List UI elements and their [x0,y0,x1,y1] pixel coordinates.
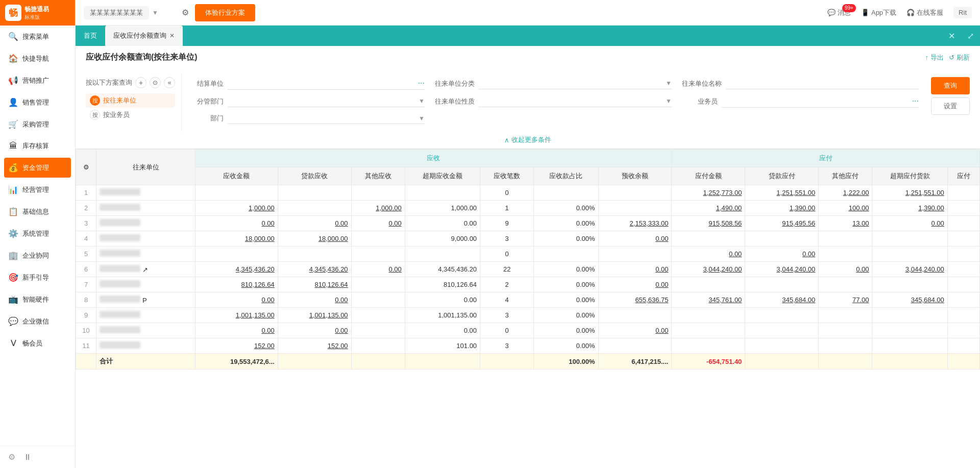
cell-link[interactable]: 0.00 [388,219,401,227]
sidebar-item-funds[interactable]: 💰 资金管理 [4,158,71,178]
settlement-unit-dots-icon[interactable]: ··· [418,79,425,88]
cell-link[interactable]: 152.00 [328,342,348,350]
cell-link[interactable]: 1,390.00 [918,204,944,212]
cell-link[interactable]: 0.00 [388,265,401,273]
sidebar-item-basic[interactable]: 📋 基础信息 [0,201,75,223]
sidebar-item-sales[interactable]: 👤 销售管理 [0,91,75,113]
filter-settings-btn[interactable]: ⊙ [150,77,161,88]
sidebar-item-quicknav[interactable]: 🏠 快捷导航 [0,47,75,69]
cell-link[interactable]: 0.00 [729,250,742,258]
table-settings-icon[interactable]: ⚙ [83,163,89,171]
sidebar-item-member[interactable]: Ⅴ 畅会员 [0,332,75,354]
cell-link[interactable]: 100.00 [849,204,869,212]
cell-link[interactable]: 3,044,240.00 [905,265,944,273]
tab-close-icon[interactable]: ✕ [169,32,175,39]
sidebar-item-purchase[interactable]: 🛒 采购管理 [0,113,75,135]
cell-link[interactable]: 18,000.00 [318,235,348,242]
notification-btn[interactable]: 💬 消息 99+ [827,8,851,17]
cell-link[interactable]: 810,126.64 [315,281,348,288]
dept-arrow-icon[interactable]: ▼ [419,97,425,105]
cell-link[interactable]: 0.00 [261,296,274,304]
sidebar-item-enterprise[interactable]: 🏢 企业协同 [0,244,75,266]
cell-link[interactable]: 1,490.00 [716,204,742,212]
tab-home[interactable]: 首页 [76,26,105,46]
cell-link[interactable]: 0.00 [931,219,944,227]
sidebar-item-inventory[interactable]: 🏛 库存核算 [0,135,75,157]
th-settings[interactable]: ⚙ [76,150,96,185]
cell-link[interactable]: 345,761.00 [708,296,742,304]
cell-link[interactable]: 0.00 [335,296,348,304]
company-name-input[interactable] [726,80,919,87]
sidebar-item-search[interactable]: 🔍 搜索菜单 [0,26,75,47]
sidebar-item-guide[interactable]: 🎯 新手引导 [0,266,75,288]
cell-link[interactable]: 0.00 [655,265,668,273]
export-btn[interactable]: ↑ 导出 [925,53,944,62]
cell-link[interactable]: 4,345,436.20 [236,265,275,273]
filter-add-btn[interactable]: + [135,77,146,88]
cell-link[interactable]: 18,000.00 [245,235,275,242]
cell-link[interactable]: 1,251,551.00 [905,189,944,196]
dept-input[interactable] [228,97,416,105]
cell-link[interactable]: 0.00 [261,219,274,227]
settings-bottom-icon[interactable]: ⚙ [8,452,15,462]
window-expand-btn[interactable]: ⤢ [961,31,980,41]
collapse-sidebar-icon[interactable]: ⏸ [23,453,32,462]
filter-collapse-btn[interactable]: « [164,77,175,88]
cell-link[interactable]: 13.00 [852,219,869,227]
company-category-arrow-icon[interactable]: ▼ [666,80,672,87]
cell-link[interactable]: 3,044,240.00 [776,265,815,273]
brand-chevron-icon[interactable]: ▼ [152,9,158,16]
cell-link[interactable]: 1,001,135.00 [309,311,348,319]
cell-link[interactable]: 1,252,773.00 [703,189,742,196]
cell-link[interactable]: 2,153,333.00 [630,219,669,227]
cell-link[interactable]: 655,636.75 [635,296,668,304]
app-download-btn[interactable]: 📱 App下载 [861,8,896,17]
refresh-btn[interactable]: ↺ 刷新 [949,53,970,62]
filter-option-by-salesman[interactable]: 按 按业务员 [86,108,175,122]
cell-link[interactable]: 1,000.00 [376,204,402,212]
query-btn[interactable]: 查询 [931,77,970,94]
cell-link[interactable]: 915,495.56 [782,219,815,227]
cell-link[interactable]: 0.00 [856,265,869,273]
cell-link[interactable]: 0.00 [335,219,348,227]
cell-link[interactable]: 915,508.56 [708,219,742,227]
sidebar-item-system[interactable]: ⚙️ 系统管理 [0,223,75,244]
cell-link[interactable]: 4,345,436.20 [309,265,348,273]
cell-link[interactable]: 77.00 [852,296,869,304]
tab-receivable[interactable]: 应收应付余额查询 ✕ [105,26,183,46]
cell-link[interactable]: 3,044,240.00 [703,265,742,273]
cell-link[interactable]: 0.00 [655,327,668,334]
collapse-more-btn[interactable]: ∧ 收起更多条件 [76,131,980,149]
department-arrow-icon[interactable]: ▼ [419,115,425,122]
sidebar-item-operations[interactable]: 📊 经营管理 [0,179,75,201]
company-category-input[interactable] [479,80,664,87]
cell-link[interactable]: 810,126.64 [241,281,275,288]
salesman-dots-icon[interactable]: ··· [912,96,919,106]
salesman-input[interactable] [722,97,912,105]
topbar-gear-icon[interactable]: ⚙ [182,8,189,17]
company-nature-arrow-icon[interactable]: ▼ [666,97,672,105]
cell-link[interactable]: 0.00 [261,327,274,334]
cell-link[interactable]: 0.00 [655,281,668,288]
highlight-btn[interactable]: 体验行业方案 [195,4,255,21]
cell-link[interactable]: 1,390.00 [790,204,816,212]
cell-link[interactable]: 152.00 [254,342,275,350]
window-close-btn[interactable]: ✕ [942,31,961,41]
cell-link[interactable]: 1,000.00 [249,204,275,212]
cell-link[interactable]: 345,684.00 [911,296,944,304]
settings-btn[interactable]: 设置 [931,97,970,115]
user-name[interactable]: Rit [953,7,972,18]
cell-link[interactable]: 1,251,551.00 [776,189,815,196]
sidebar-item-wechat[interactable]: 💬 企业微信 [0,310,75,332]
cell-link[interactable]: 1,001,135.00 [236,311,275,319]
cell-link[interactable]: 1,222.00 [843,189,869,196]
cell-link[interactable]: 0.00 [335,327,348,334]
company-nature-input[interactable] [479,97,664,105]
department-input[interactable] [228,114,416,122]
cell-link[interactable]: 0.00 [802,250,815,258]
cell-link[interactable]: 345,684.00 [782,296,815,304]
settlement-unit-input[interactable] [228,80,418,87]
online-service-btn[interactable]: 🎧 在线客服 [906,8,943,17]
sidebar-item-marketing[interactable]: 📢 营销推广 [0,69,75,91]
sidebar-item-hardware[interactable]: 📺 智能硬件 [0,288,75,310]
